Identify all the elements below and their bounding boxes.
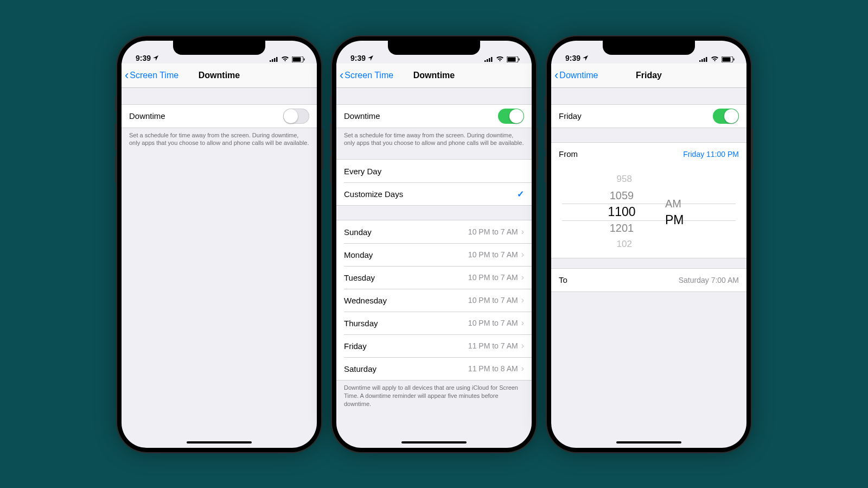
day-range: 11 PM to 7 AM	[468, 341, 518, 350]
day-range: 10 PM to 7 AM	[468, 227, 518, 236]
back-button[interactable]: ‹ Screen Time	[336, 69, 393, 81]
home-indicator[interactable]	[401, 441, 467, 443]
phone-frame-3: 9:39 ‹ Downtime Friday Fri	[547, 36, 751, 452]
svg-rect-14	[699, 60, 701, 62]
day-range: 11 PM to 8 AM	[468, 364, 518, 373]
picker-item[interactable]: 9	[578, 171, 622, 187]
downtime-toggle-row[interactable]: Downtime	[122, 105, 317, 128]
svg-rect-0	[270, 60, 271, 62]
day-row-thursday[interactable]: Thursday10 PM to 7 AM›	[336, 312, 532, 334]
to-label: To	[559, 275, 679, 284]
battery-icon	[292, 56, 305, 62]
svg-rect-1	[272, 59, 273, 62]
downtime-toggle-row[interactable]: Downtime	[336, 105, 532, 128]
wifi-icon	[281, 56, 289, 62]
back-label: Downtime	[559, 71, 598, 80]
downtime-description: Set a schedule for time away from the sc…	[336, 128, 532, 148]
mode-customize-days[interactable]: Customize Days ✓	[336, 182, 532, 205]
svg-rect-3	[276, 57, 278, 62]
back-label: Screen Time	[130, 71, 178, 80]
svg-rect-19	[723, 57, 731, 61]
home-indicator[interactable]	[187, 441, 252, 443]
downtime-description: Set a schedule for time away from the sc…	[122, 128, 317, 148]
home-indicator[interactable]	[616, 441, 681, 443]
picker-item[interactable]: 2	[578, 252, 622, 258]
picker-item[interactable]: 11	[578, 204, 622, 220]
day-range: 10 PM to 7 AM	[468, 319, 518, 327]
day-row-saturday[interactable]: Saturday11 PM to 8 AM›	[336, 357, 532, 380]
picker-item[interactable]: 01	[622, 220, 665, 236]
friday-toggle-row[interactable]: Friday	[551, 105, 746, 128]
day-label: Monday	[344, 250, 468, 259]
picker-item[interactable]: 57	[622, 166, 665, 171]
picker-item[interactable]: 12	[578, 220, 622, 236]
day-row-sunday[interactable]: Sunday10 PM to 7 AM›	[336, 220, 532, 243]
chevron-left-icon: ‹	[554, 69, 558, 81]
downtime-toggle-label: Downtime	[129, 111, 283, 121]
svg-rect-13	[519, 58, 520, 60]
picker-item[interactable]: PM	[665, 212, 709, 228]
day-label: Friday	[344, 341, 468, 351]
nav-bar: ‹ Screen Time Downtime	[122, 64, 317, 88]
nav-bar: ‹ Downtime Friday	[551, 64, 746, 88]
battery-icon	[722, 56, 735, 62]
from-label: From	[559, 149, 683, 159]
mode-every-day-label: Every Day	[344, 167, 524, 176]
chevron-left-icon: ‹	[125, 69, 129, 81]
days-footer: Downtime will apply to all devices that …	[336, 381, 532, 408]
location-icon	[153, 55, 158, 61]
day-range: 10 PM to 7 AM	[468, 296, 518, 305]
picker-item[interactable]: 03	[622, 252, 665, 258]
svg-rect-2	[274, 58, 276, 62]
day-row-wednesday[interactable]: Wednesday10 PM to 7 AM›	[336, 289, 532, 312]
cellular-icon	[699, 56, 708, 62]
time-picker-minute-column[interactable]: 57585900010203	[622, 166, 665, 258]
back-button[interactable]: ‹ Downtime	[551, 69, 598, 81]
svg-rect-10	[491, 57, 493, 62]
battery-icon	[507, 56, 520, 62]
time-picker-hour-column[interactable]: 8910111212	[578, 166, 622, 258]
friday-toggle[interactable]	[713, 109, 739, 124]
picker-item[interactable]: 8	[578, 166, 622, 171]
time-picker-ampm-column[interactable]: AMPM	[665, 166, 709, 258]
svg-rect-17	[706, 57, 707, 62]
cellular-icon	[270, 56, 278, 62]
mode-every-day[interactable]: Every Day	[336, 160, 532, 182]
chevron-left-icon: ‹	[340, 69, 343, 81]
picker-item[interactable]: 1	[578, 236, 622, 252]
location-icon	[583, 55, 588, 61]
to-row[interactable]: To Saturday 7:00 AM	[551, 269, 746, 291]
picker-item[interactable]: 02	[622, 236, 665, 252]
svg-rect-8	[487, 59, 488, 62]
picker-item[interactable]: 00	[622, 204, 665, 220]
day-row-monday[interactable]: Monday10 PM to 7 AM›	[336, 243, 532, 266]
day-label: Wednesday	[344, 296, 468, 305]
chevron-right-icon: ›	[521, 227, 524, 237]
from-row[interactable]: From Friday 11:00 PM	[551, 143, 746, 166]
wifi-icon	[711, 56, 719, 62]
chevron-right-icon: ›	[521, 295, 524, 305]
picker-item[interactable]: 59	[622, 187, 665, 204]
checkmark-icon: ✓	[517, 189, 524, 199]
day-row-friday[interactable]: Friday11 PM to 7 AM›	[336, 334, 532, 357]
day-row-tuesday[interactable]: Tuesday10 PM to 7 AM›	[336, 266, 532, 289]
time-picker[interactable]: 8910111212 57585900010203 AMPM	[551, 166, 746, 258]
svg-rect-20	[733, 58, 735, 60]
chevron-right-icon: ›	[521, 272, 524, 282]
picker-item[interactable]: 58	[622, 171, 665, 187]
picker-item[interactable]: 10	[578, 187, 622, 204]
day-label: Sunday	[344, 227, 468, 237]
svg-rect-7	[484, 60, 486, 62]
picker-item[interactable]: AM	[665, 195, 709, 212]
friday-toggle-label: Friday	[559, 111, 713, 121]
day-label: Thursday	[344, 319, 468, 328]
notch	[173, 41, 265, 55]
svg-rect-5	[293, 57, 301, 61]
svg-rect-6	[304, 58, 305, 60]
day-range: 10 PM to 7 AM	[468, 250, 518, 259]
downtime-toggle[interactable]	[283, 109, 309, 124]
back-button[interactable]: ‹ Screen Time	[122, 69, 178, 81]
downtime-toggle[interactable]	[498, 109, 524, 124]
svg-rect-9	[489, 58, 490, 62]
status-time: 9:39	[565, 54, 580, 62]
